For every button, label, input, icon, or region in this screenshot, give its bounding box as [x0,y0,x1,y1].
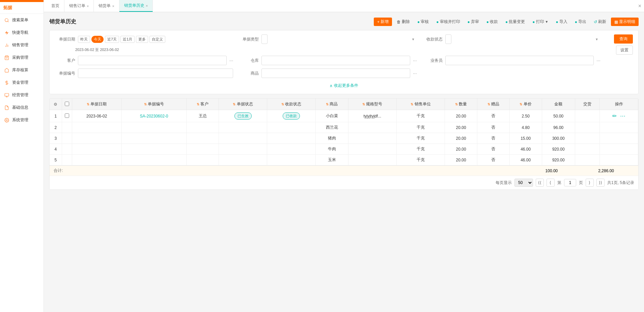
abandon-icon: ● [468,20,470,24]
delete-icon: 🗑 [397,20,401,24]
row5-gift: 否 [477,155,510,165]
col-price[interactable]: ⇅ 单价 [509,99,542,110]
tab-sales-goods[interactable]: 销货单 × [94,0,119,12]
prev-page-button[interactable]: ⟨ [547,179,555,187]
delete-button[interactable]: 🗑 删除 [394,18,413,26]
col-doc-status[interactable]: ⇅ 单据状态 [219,99,267,110]
row3-amount: 300.00 [542,133,575,144]
next-page-button[interactable]: ⟩ [586,179,594,187]
salesperson-dots[interactable]: ··· [596,58,600,63]
tab-sales-order[interactable]: 销售订单 × [64,0,94,12]
search-icon [4,18,9,23]
col-trade[interactable]: 交货 [575,99,600,110]
col-customer[interactable]: ⇅ 客户 [187,99,219,110]
show-detail-button[interactable]: ▦ 显示明细 [611,18,639,26]
warehouse-input[interactable] [261,56,410,65]
row5-num: 5 [50,155,62,165]
doc-no-input[interactable] [78,69,233,78]
row1-more-btn[interactable]: ⋯ [619,113,626,119]
sidebar-item-sales-mgmt[interactable]: 销售管理 [0,39,44,51]
export-button[interactable]: ● 导出 [572,18,589,26]
sidebar-item-finance-mgmt[interactable]: 资金管理 [0,76,44,89]
sidebar-item-purchase-mgmt[interactable]: 采购管理 [0,51,44,64]
col-check[interactable] [62,99,72,110]
tab-sales-order-close[interactable]: × [87,4,89,8]
date-yesterday-btn[interactable]: 昨天 [78,36,90,43]
row2-goods: 西兰花 [315,122,348,133]
close-all-tabs-button[interactable]: × [638,3,641,9]
select-all-checkbox[interactable] [65,102,69,106]
col-collect-status[interactable]: ⇅ 收款状态 [267,99,315,110]
page-input[interactable] [564,179,576,186]
date-7days-btn[interactable]: 近7天 [105,36,119,43]
col-qty[interactable]: ⇅ 数量 [445,99,477,110]
row1-doc-no[interactable]: SA-20230602-0 [121,110,186,122]
last-page-button[interactable]: ⟩⟩ [596,179,605,187]
print-button[interactable]: ● 打印 ▼ [530,18,551,26]
settings-button[interactable]: 设置 [616,46,633,55]
refresh-button[interactable]: ↺ 刷新 [591,18,609,26]
audit-print-button[interactable]: ● 审核并打印 [433,18,463,26]
row1-edit-btn[interactable]: ✏ [611,113,618,119]
collect-button[interactable]: ● 收款 [484,18,501,26]
tab-home[interactable]: 首页 [47,0,64,12]
doc-icon [4,105,9,110]
per-page-select[interactable]: 50 100 [514,179,533,187]
tab-sales-history-close[interactable]: × [146,4,148,8]
date-today-btn[interactable]: 今天 [91,36,104,43]
table-gear-icon[interactable]: ⚙ [54,102,57,107]
first-page-button[interactable]: ⟨⟨ [536,179,544,187]
goods-dots[interactable]: ··· [413,71,417,76]
tab-sales-history[interactable]: 销货单历史 × [119,0,153,12]
collect-status-select[interactable] [445,34,451,44]
salesperson-label: 业务员 [422,58,443,63]
table-header-row: ⚙ ⇅ 单据日期 ⇅ 单据编号 [50,99,638,110]
page-label: 第 [557,180,561,186]
col-gear[interactable]: ⚙ [50,99,62,110]
salesperson-input[interactable] [445,56,594,65]
filter-warehouse: 仓库 ··· [239,56,417,65]
customer-dots[interactable]: ··· [229,58,233,63]
row3-goods: 猪肉 [315,133,348,144]
svg-marker-1 [5,31,9,35]
doc-type-select[interactable] [261,34,268,44]
bag-icon [4,55,9,60]
sidebar-item-basic-info[interactable]: 基础信息 [0,101,44,114]
row1-check[interactable] [62,110,72,122]
col-unit[interactable]: ⇅ 销售单位 [396,99,445,110]
sidebar-item-quick-nav[interactable]: 快捷导航 [0,26,44,39]
batch-change-button[interactable]: ● 批量变更 [503,18,528,26]
col-date[interactable]: ⇅ 单据日期 [72,99,121,110]
sidebar-item-search-menu[interactable]: 搜索菜单 [0,14,44,26]
pagination: 每页显示 50 100 ⟨⟨ ⟨ 第 页 ⟩ ⟩⟩ 共1页, 5条记录 [50,176,638,189]
date-1month-btn[interactable]: 近1月 [120,36,135,43]
col-spec[interactable]: ⇅ 规格型号 [348,99,396,110]
audit-button[interactable]: ● 审核 [415,18,431,26]
col-amount[interactable]: 金额 [542,99,575,110]
table-row: 4 牛肉 千克 20.00 否 46.00 920.00 [50,144,638,155]
date-custom-btn[interactable]: 自定义 [149,36,165,43]
sidebar-item-inventory[interactable]: 库存核算 [0,64,44,76]
col-gift[interactable]: ⇅ 赠品 [477,99,510,110]
date-range-display: 2023-06-02 至 2023-06-02 [75,48,119,52]
tab-sales-goods-close[interactable]: × [112,4,114,8]
goods-input[interactable] [261,69,410,78]
sidebar-item-label: 快捷导航 [12,30,28,35]
col-doc-no[interactable]: ⇅ 单据编号 [121,99,186,110]
new-button[interactable]: + 新增 [374,18,392,26]
sidebar-item-label: 采购管理 [12,55,28,60]
tab-home-label: 首页 [51,3,59,9]
col-goods[interactable]: ⇅ 商品 [315,99,348,110]
sidebar-item-ops-mgmt[interactable]: 经营管理 [0,89,44,101]
date-more-btn[interactable]: 更多 [136,36,148,43]
page-header: 销货单历史 + 新增 🗑 删除 ● 审核 ● 审核并打印 [49,18,639,26]
collapse-filter-button[interactable]: ∧ 收起更多条件 [55,81,633,90]
import-button[interactable]: ● 导入 [553,18,570,26]
sidebar-item-sys-mgmt[interactable]: 系统管理 [0,114,44,126]
col-action: 操作 [600,99,638,110]
import-icon: ● [556,20,558,24]
customer-input[interactable] [78,56,227,65]
warehouse-dots[interactable]: ··· [413,58,417,63]
query-button[interactable]: 查询 [614,34,633,44]
abandon-button[interactable]: ● 弃审 [465,18,482,26]
